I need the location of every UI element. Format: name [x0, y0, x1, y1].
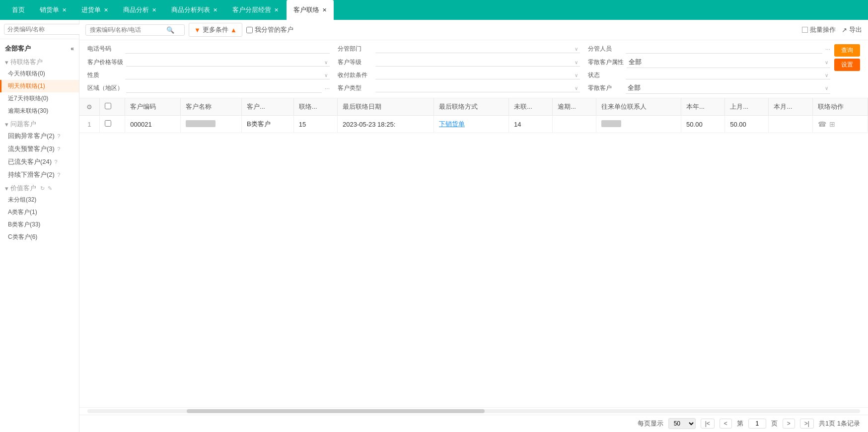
close-icon[interactable]: ✕	[152, 7, 156, 13]
dept-label: 分管部门	[338, 45, 372, 53]
close-icon[interactable]: ✕	[104, 7, 108, 13]
person-input[interactable]	[626, 44, 822, 54]
phone-input[interactable]	[125, 44, 330, 54]
next-page-button[interactable]: >	[783, 419, 795, 429]
export-button[interactable]: ↗ 导出	[842, 25, 862, 34]
help-icon: ?	[54, 159, 57, 165]
search-icon[interactable]: 🔍	[166, 26, 174, 34]
customer-type-label: 客户类型	[338, 84, 372, 92]
close-icon[interactable]: ✕	[62, 7, 67, 13]
region-more-icon[interactable]: ···	[325, 85, 330, 92]
nav-product-analysis[interactable]: 商品分析 ✕	[116, 0, 163, 20]
sidebar-group-value-customers: ▾ 价值客户 ↻ ✎	[0, 181, 79, 194]
horizontal-scrollbar[interactable]	[87, 409, 860, 413]
th-this-year: 本年...	[681, 98, 725, 116]
sidebar-item-ungrouped[interactable]: 未分组(32)	[0, 194, 79, 206]
customer-name-masked	[186, 120, 216, 127]
first-page-button[interactable]: |<	[701, 419, 715, 429]
edit-icon[interactable]: ✎	[48, 185, 52, 192]
status-select[interactable]: ∨	[626, 72, 830, 79]
sidebar-item-tomorrow-contact[interactable]: 明天待联络(1)	[0, 80, 79, 92]
person-label: 分管人员	[588, 45, 623, 53]
nav-purchase-order[interactable]: 进货单 ✕	[74, 0, 115, 20]
settings-button[interactable]: 设置	[834, 59, 860, 71]
sidebar-item-declining[interactable]: 持续下滑客户(2) ?	[0, 168, 79, 181]
cell-code: 000021	[125, 116, 180, 133]
row-checkbox[interactable]	[105, 120, 111, 127]
close-icon[interactable]: ✕	[322, 7, 327, 13]
page-number-input[interactable]	[748, 419, 766, 429]
sidebar-item-a-class[interactable]: A类客户(1)	[0, 206, 79, 218]
sidebar-item-7day-contact[interactable]: 近7天待联络(0)	[0, 92, 79, 105]
sidebar-item-c-class[interactable]: C类客户(6)	[0, 231, 79, 243]
dept-select[interactable]: ∨	[375, 45, 580, 53]
th-checkbox[interactable]	[99, 98, 125, 116]
my-customers-checkbox[interactable]: 我分管的客户	[246, 25, 293, 34]
th-last-contact-date: 最后联络日期	[337, 98, 434, 116]
prev-page-button[interactable]: <	[720, 419, 732, 429]
filter-form: 电话号码 分管部门 ∨ 分管人员	[79, 40, 868, 98]
all-customers-title[interactable]: 全部客户 «	[0, 42, 79, 55]
nav-product-analysis-list[interactable]: 商品分析列表 ✕	[164, 0, 224, 20]
person-more-icon[interactable]: ···	[825, 46, 830, 53]
status-label: 状态	[588, 71, 623, 79]
sidebar-item-abnormal-repurchase[interactable]: 回购异常客户(2) ?	[0, 130, 79, 143]
select-all-checkbox[interactable]	[105, 103, 111, 109]
page-unit: 页	[771, 419, 778, 428]
filter-phone: 电话号码	[87, 44, 330, 54]
nav-customer-contact[interactable]: 客户联络 ✕	[287, 0, 334, 20]
chevron-down-icon: ∨	[324, 60, 328, 65]
collapse-icon[interactable]: «	[71, 45, 74, 52]
nature-select[interactable]: ∨	[125, 72, 330, 79]
sidebar-item-today-contact[interactable]: 今天待联络(0)	[0, 68, 79, 80]
cell-this-month	[769, 116, 812, 133]
cell-action: ☎ ⊞	[812, 116, 868, 133]
th-settings[interactable]: ⚙	[79, 98, 99, 116]
gear-icon[interactable]: ⚙	[86, 103, 92, 111]
cell-type: B类客户	[242, 116, 294, 133]
customer-level-select[interactable]: ∨	[375, 59, 580, 67]
cell-overdue	[553, 116, 596, 133]
sidebar: 🔍 全部客户 « ▾ 待联络客户 今天待联络(0) 明天待联络(1) 近7天待联…	[0, 20, 79, 432]
cell-last-contact-type[interactable]: 下销货单	[434, 116, 509, 133]
more-filter-button[interactable]: ▼ 更多条件 ▲	[189, 23, 242, 37]
page-size-select[interactable]: 50 10 20 100	[668, 418, 696, 429]
close-icon[interactable]: ✕	[213, 7, 217, 13]
close-icon[interactable]: ✕	[274, 7, 279, 13]
cell-name	[180, 116, 241, 133]
my-customers-check[interactable]	[246, 27, 253, 33]
sidebar-item-overdue-contact[interactable]: 逾期未联络(30)	[0, 105, 79, 117]
refresh-icon[interactable]: ↻	[40, 185, 45, 192]
retail-customer-select[interactable]: 全部 ∨	[626, 82, 830, 94]
triangle-down-icon: ▾	[5, 59, 8, 66]
filter-price-level: 客户价格等级 ∨	[87, 58, 330, 67]
cell-checkbox[interactable]	[99, 116, 125, 133]
sidebar-item-churn-warning[interactable]: 流失预警客户(3) ?	[0, 143, 79, 155]
customer-type-select[interactable]: ∨	[375, 84, 580, 92]
region-input[interactable]	[126, 83, 322, 93]
batch-operation-button[interactable]: 批量操作	[802, 25, 836, 34]
sidebar-item-b-class[interactable]: B类客户(33)	[0, 218, 79, 231]
retail-attr-select[interactable]: 全部 ∨	[627, 57, 830, 68]
query-button[interactable]: 查询	[834, 44, 860, 57]
nav-customer-segmentation[interactable]: 客户分层经营 ✕	[225, 0, 286, 20]
price-level-select[interactable]: ∨	[126, 59, 330, 67]
filter-customer-level: 客户等级 ∨	[338, 58, 580, 67]
nav-sales-order[interactable]: 销货单 ✕	[33, 0, 73, 20]
sidebar-content: 全部客户 « ▾ 待联络客户 今天待联络(0) 明天待联络(1) 近7天待联络(…	[0, 39, 79, 432]
scrollbar-thumb[interactable]	[187, 409, 485, 413]
filter-actions: 查询 设置	[830, 44, 860, 94]
payment-select[interactable]: ∨	[375, 72, 580, 79]
sidebar-item-churned[interactable]: 已流失客户(24) ?	[0, 155, 79, 168]
filter-left: 电话号码 分管部门 ∨ 分管人员	[87, 44, 830, 94]
last-page-button[interactable]: >|	[800, 419, 814, 429]
search-input[interactable]	[90, 26, 164, 33]
payment-label: 收付款条件	[338, 71, 372, 79]
contact-type-link[interactable]: 下销货单	[439, 120, 465, 128]
cell-last-contact-date: 2023-05-23 18:25:	[337, 116, 434, 133]
nav-home[interactable]: 首页	[5, 0, 32, 20]
sidebar-search-input[interactable]	[4, 24, 85, 35]
phone-action-icon[interactable]: ☎	[818, 120, 826, 128]
grid-action-icon[interactable]: ⊞	[829, 120, 835, 128]
checkbox-icon	[802, 27, 808, 33]
